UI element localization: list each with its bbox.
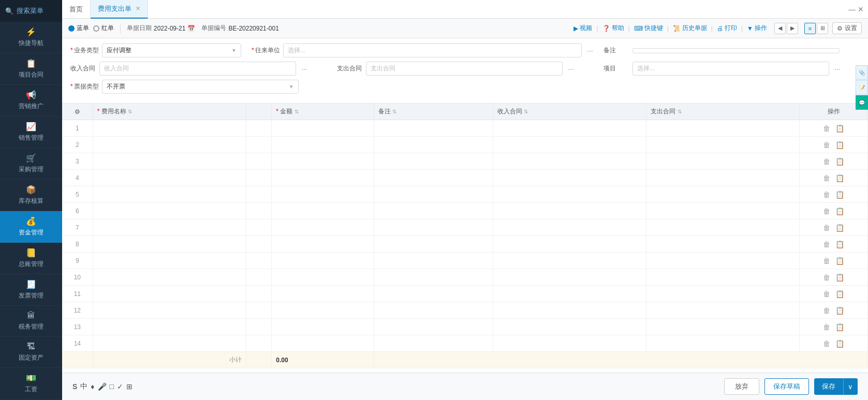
- row-amount-cell[interactable]: [272, 170, 374, 186]
- row-income-contract-cell[interactable]: [493, 120, 646, 137]
- col-gear[interactable]: ⚙: [62, 103, 93, 120]
- income-contract-more-icon[interactable]: ···: [301, 65, 307, 73]
- sidebar-item-accounting[interactable]: 📒 总账管理: [0, 243, 62, 274]
- partner-more-icon[interactable]: ···: [587, 47, 593, 55]
- partner-input[interactable]: 选择...: [283, 43, 582, 57]
- row-copy-icon[interactable]: 📋: [835, 207, 844, 215]
- sidebar-item-purchase[interactable]: 🛒 采购管理: [0, 148, 62, 180]
- help-action[interactable]: ❓ 帮助: [602, 24, 624, 33]
- float-note-btn[interactable]: 📝: [856, 80, 868, 95]
- nav-next-btn[interactable]: ▶: [787, 23, 798, 34]
- row-expense-contract-cell[interactable]: [646, 302, 800, 319]
- save-arrow-button[interactable]: ∨: [843, 378, 858, 395]
- icon-diamond[interactable]: ♦: [91, 382, 94, 391]
- icon-check[interactable]: ✓: [117, 382, 123, 391]
- row-expense-contract-cell[interactable]: [646, 319, 800, 335]
- invoice-type-select[interactable]: 不开票 ▼: [102, 80, 299, 94]
- row-remark-cell[interactable]: [374, 253, 493, 269]
- row-amount-cell[interactable]: [272, 253, 374, 269]
- row-amount-cell[interactable]: [272, 236, 374, 253]
- row-income-contract-cell[interactable]: [493, 269, 646, 286]
- row-amount-cell[interactable]: [272, 153, 374, 170]
- row-expense-contract-cell[interactable]: [646, 186, 800, 203]
- row-income-contract-cell[interactable]: [493, 286, 646, 302]
- row-remark-cell[interactable]: [374, 203, 493, 219]
- remark-input[interactable]: [632, 48, 840, 53]
- project-more-icon[interactable]: ···: [834, 65, 841, 73]
- grid-view-btn[interactable]: ⊞: [817, 23, 828, 34]
- row-delete-icon[interactable]: 🗑: [823, 157, 830, 166]
- sidebar-item-quick-nav[interactable]: ⚡ 快捷导航: [0, 22, 62, 53]
- row-amount-cell[interactable]: [272, 302, 374, 319]
- row-income-contract-cell[interactable]: [493, 219, 646, 236]
- row-income-contract-cell[interactable]: [493, 153, 646, 170]
- income-contract-input[interactable]: 收入合同: [99, 62, 296, 76]
- row-amount-cell[interactable]: [272, 319, 374, 335]
- row-expense-name-cell[interactable]: [93, 120, 246, 137]
- row-delete-icon[interactable]: 🗑: [823, 323, 830, 331]
- row-expense-name-cell[interactable]: [93, 236, 246, 253]
- icon-grid[interactable]: ⊞: [126, 382, 133, 391]
- row-income-contract-cell[interactable]: [493, 236, 646, 253]
- sidebar-item-invoice[interactable]: 🧾 发票管理: [0, 274, 62, 306]
- row-copy-icon[interactable]: 📋: [835, 257, 844, 265]
- float-attachment-btn[interactable]: 📎: [856, 65, 868, 80]
- row-copy-icon[interactable]: 📋: [835, 224, 844, 232]
- row-amount-cell[interactable]: [272, 219, 374, 236]
- sidebar-item-fixed-assets[interactable]: 🏗 固定资产: [0, 337, 62, 368]
- tab-home[interactable]: 首页: [62, 0, 91, 19]
- sidebar-item-tax[interactable]: 🏛 税务管理: [0, 306, 62, 337]
- row-expense-contract-cell[interactable]: [646, 269, 800, 286]
- row-copy-icon[interactable]: 📋: [835, 124, 844, 132]
- row-expense-name-cell[interactable]: [93, 170, 246, 186]
- row-expense-contract-cell[interactable]: [646, 203, 800, 219]
- row-income-contract-cell[interactable]: [493, 203, 646, 219]
- sidebar-item-sales[interactable]: 📈 销售管理: [0, 116, 62, 148]
- row-amount-cell[interactable]: [272, 120, 374, 137]
- business-type-select[interactable]: 应付调整 ▼: [102, 43, 241, 57]
- row-delete-icon[interactable]: 🗑: [823, 273, 830, 282]
- row-remark-cell[interactable]: [374, 170, 493, 186]
- expense-contract-input[interactable]: 支出合同: [366, 62, 563, 76]
- row-remark-cell[interactable]: [374, 153, 493, 170]
- date-value[interactable]: 2022-09-21: [154, 25, 185, 32]
- row-income-contract-cell[interactable]: [493, 137, 646, 153]
- row-delete-icon[interactable]: 🗑: [823, 207, 830, 215]
- row-delete-icon[interactable]: 🗑: [823, 339, 830, 348]
- row-remark-cell[interactable]: [374, 120, 493, 137]
- expense-contract-more-icon[interactable]: ···: [568, 65, 574, 73]
- row-expense-contract-cell[interactable]: [646, 219, 800, 236]
- operations-action[interactable]: ▼ 操作: [747, 24, 767, 33]
- row-expense-name-cell[interactable]: [93, 302, 246, 319]
- row-copy-icon[interactable]: 📋: [835, 157, 844, 166]
- row-expense-name-cell[interactable]: [93, 137, 246, 153]
- row-remark-cell[interactable]: [374, 286, 493, 302]
- row-expense-contract-cell[interactable]: [646, 286, 800, 302]
- row-expense-contract-cell[interactable]: [646, 153, 800, 170]
- settings-button[interactable]: ⚙ 设置: [832, 22, 862, 34]
- row-expense-contract-cell[interactable]: [646, 170, 800, 186]
- row-amount-cell[interactable]: [272, 186, 374, 203]
- save-draft-button[interactable]: 保存草稿: [764, 378, 809, 395]
- row-delete-icon[interactable]: 🗑: [823, 257, 830, 265]
- sidebar-item-project-contract[interactable]: 📋 项目合同: [0, 53, 62, 85]
- tab-close-icon[interactable]: ✕: [136, 5, 140, 12]
- row-amount-cell[interactable]: [272, 335, 374, 352]
- row-remark-cell[interactable]: [374, 335, 493, 352]
- row-delete-icon[interactable]: 🗑: [823, 124, 830, 132]
- row-copy-icon[interactable]: 📋: [835, 339, 844, 348]
- row-remark-cell[interactable]: [374, 302, 493, 319]
- shortcut-action[interactable]: ⌨ 快捷键: [634, 24, 663, 33]
- row-remark-cell[interactable]: [374, 319, 493, 335]
- row-expense-contract-cell[interactable]: [646, 335, 800, 352]
- row-delete-icon[interactable]: 🗑: [823, 290, 830, 298]
- radio-blue[interactable]: 蓝单: [68, 24, 89, 33]
- save-main-button[interactable]: 保存: [814, 378, 843, 395]
- history-action[interactable]: 📜 历史单据: [673, 24, 707, 33]
- row-copy-icon[interactable]: 📋: [835, 240, 844, 248]
- sidebar-item-marketing[interactable]: 📢 营销推广: [0, 85, 62, 116]
- row-income-contract-cell[interactable]: [493, 302, 646, 319]
- row-expense-name-cell[interactable]: [93, 186, 246, 203]
- icon-square[interactable]: □: [110, 382, 114, 391]
- radio-red[interactable]: 红单: [93, 24, 114, 33]
